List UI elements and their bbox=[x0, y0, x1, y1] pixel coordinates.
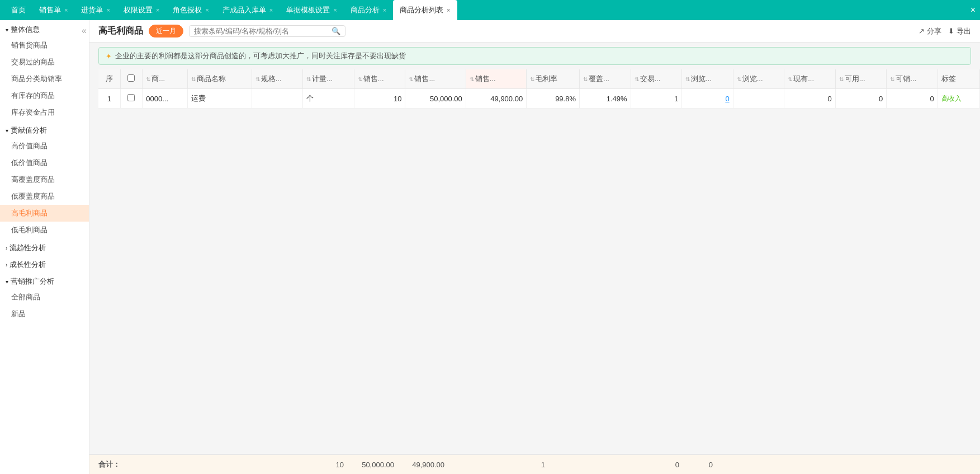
cell-sales-net: 49,900.00 bbox=[466, 89, 526, 109]
cell-transactions: 1 bbox=[631, 89, 682, 109]
sidebar-item-category-rate[interactable]: 商品分类助销率 bbox=[0, 71, 89, 87]
sidebar: « ▾ 整体信息 销售货商品 交易过的商品 商品分类助销率 有库存的商品 库存资… bbox=[0, 20, 89, 474]
row-checkbox[interactable] bbox=[127, 94, 135, 101]
table-header-row: 序 ⇅商... ⇅商品名称 ⇅规格... ⇅计量... ⇅销售... ⇅销售..… bbox=[98, 69, 980, 89]
sidebar-group-trend-arrow: › bbox=[6, 245, 7, 251]
table-footer: 合计： 10 50,000.00 49,900.00 1 0 0 bbox=[89, 454, 980, 474]
sidebar-group-trend[interactable]: › 流趋性分析 bbox=[0, 238, 89, 255]
nav-close-purchase[interactable]: × bbox=[106, 7, 110, 13]
sidebar-group-marketing[interactable]: ▾ 营销推广分析 bbox=[0, 272, 89, 289]
content-area: 高毛利商品 近一月 🔍 ↗ 分享 ⬇ 导出 ✦ 企业的主要的利润都是这部分商品创… bbox=[89, 20, 980, 474]
sidebar-item-new-goods[interactable]: 新品 bbox=[0, 306, 89, 322]
nav-close-finished-goods[interactable]: × bbox=[269, 7, 273, 13]
info-banner-text: 企业的主要的利润都是这部分商品创造的，可考虑加大推广，同时关注库存是不要出现缺货 bbox=[115, 51, 406, 61]
select-all-checkbox[interactable] bbox=[127, 74, 135, 82]
cell-available: 0 bbox=[835, 89, 887, 109]
col-current-stock[interactable]: ⇅现有... bbox=[784, 69, 836, 89]
col-sales-qty[interactable]: ⇅销售... bbox=[354, 69, 405, 89]
footer-sales-qty: 10 bbox=[310, 461, 344, 469]
col-unit[interactable]: ⇅计量... bbox=[303, 69, 354, 89]
sidebar-group-overall[interactable]: ▾ 整体信息 bbox=[0, 20, 89, 37]
main-layout: « ▾ 整体信息 销售货商品 交易过的商品 商品分类助销率 有库存的商品 库存资… bbox=[0, 20, 980, 474]
col-code[interactable]: ⇅商... bbox=[143, 69, 188, 89]
col-browse1[interactable]: ⇅浏览... bbox=[682, 69, 733, 89]
sidebar-collapse-button[interactable]: « bbox=[79, 25, 89, 37]
nav-close-analysis[interactable]: × bbox=[383, 7, 386, 13]
sidebar-group-growth[interactable]: › 成长性分析 bbox=[0, 255, 89, 272]
cell-sales-amount: 50,000.00 bbox=[405, 89, 466, 109]
nav-permission[interactable]: 权限设置 × bbox=[117, 0, 166, 20]
filter-recent-month[interactable]: 近一月 bbox=[149, 25, 183, 37]
cell-name: 运费 bbox=[187, 89, 252, 109]
sidebar-item-high-margin[interactable]: 高毛利商品 bbox=[0, 205, 89, 222]
nav-finished-goods[interactable]: 产成品入库单 × bbox=[216, 0, 280, 20]
cell-spec bbox=[252, 89, 303, 109]
nav-close-template[interactable]: × bbox=[333, 7, 337, 13]
nav-purchase[interactable]: 进货单 × bbox=[74, 0, 116, 20]
col-gross-rate[interactable]: ⇅毛利率 bbox=[527, 69, 580, 89]
col-coverage[interactable]: ⇅覆盖... bbox=[580, 69, 631, 89]
sidebar-item-low-value[interactable]: 低价值商品 bbox=[0, 154, 89, 171]
cell-browse2 bbox=[733, 89, 784, 109]
footer-transactions: 1 bbox=[512, 461, 545, 469]
nav-analysis[interactable]: 商品分析 × bbox=[344, 0, 393, 20]
col-spec[interactable]: ⇅规格... bbox=[252, 69, 303, 89]
footer-label: 合计： bbox=[98, 459, 120, 470]
search-box: 🔍 bbox=[189, 25, 345, 37]
nav-sales[interactable]: 销售单 × bbox=[32, 0, 74, 20]
nav-close-all-button[interactable]: × bbox=[970, 5, 976, 15]
cell-current-stock: 0 bbox=[784, 89, 836, 109]
col-sales-net[interactable]: ⇅销售... bbox=[466, 69, 526, 89]
col-name[interactable]: ⇅商品名称 bbox=[187, 69, 252, 89]
nav-close-permission[interactable]: × bbox=[156, 7, 159, 13]
top-nav: 首页 销售单 × 进货单 × 权限设置 × 角色授权 × 产成品入库单 × 单据… bbox=[0, 0, 980, 20]
col-available[interactable]: ⇅可用... bbox=[835, 69, 887, 89]
sidebar-item-stock-capital[interactable]: 库存资金占用 bbox=[0, 104, 89, 121]
col-checkbox bbox=[120, 69, 143, 89]
sidebar-item-in-stock[interactable]: 有库存的商品 bbox=[0, 87, 89, 104]
table-container: 序 ⇅商... ⇅商品名称 ⇅规格... ⇅计量... ⇅销售... ⇅销售..… bbox=[98, 69, 980, 454]
share-icon: ↗ bbox=[919, 27, 925, 35]
cell-saleable: 0 bbox=[887, 89, 938, 109]
nav-role[interactable]: 角色授权 × bbox=[166, 0, 215, 20]
sidebar-item-low-coverage[interactable]: 低覆盖度商品 bbox=[0, 188, 89, 205]
sidebar-item-low-margin[interactable]: 低毛利商品 bbox=[0, 222, 89, 238]
info-icon: ✦ bbox=[106, 52, 112, 60]
share-button[interactable]: ↗ 分享 bbox=[919, 26, 941, 36]
table-body: 1 0000... 运费 个 10 50,000.00 49,900.00 99… bbox=[98, 89, 980, 109]
sidebar-group-contribution[interactable]: ▾ 贡献值分析 bbox=[0, 121, 89, 138]
col-browse2[interactable]: ⇅浏览... bbox=[733, 69, 784, 89]
nav-analysis-list[interactable]: 商品分析列表 × bbox=[393, 0, 457, 20]
export-button[interactable]: ⬇ 导出 bbox=[948, 26, 971, 36]
cell-browse1[interactable]: 0 bbox=[682, 89, 733, 109]
footer-saleable: 0 bbox=[679, 461, 713, 469]
sidebar-item-high-value[interactable]: 高价值商品 bbox=[0, 138, 89, 154]
footer-sales-amount: 50,000.00 bbox=[344, 461, 394, 469]
col-seq: 序 bbox=[98, 69, 120, 89]
search-icon[interactable]: 🔍 bbox=[332, 27, 340, 35]
nav-home[interactable]: 首页 bbox=[4, 0, 32, 20]
cell-gross-rate: 99.8% bbox=[527, 89, 580, 109]
nav-template[interactable]: 单据模板设置 × bbox=[280, 0, 343, 20]
table-row: 1 0000... 运费 个 10 50,000.00 49,900.00 99… bbox=[98, 89, 980, 109]
sidebar-group-marketing-arrow: ▾ bbox=[6, 279, 8, 285]
nav-close-analysis-list[interactable]: × bbox=[447, 7, 450, 13]
sidebar-group-overall-arrow: ▾ bbox=[6, 27, 8, 33]
col-saleable[interactable]: ⇅可销... bbox=[887, 69, 938, 89]
nav-close-role[interactable]: × bbox=[205, 7, 209, 13]
cell-coverage: 1.49% bbox=[580, 89, 631, 109]
sidebar-item-high-coverage[interactable]: 高覆盖度商品 bbox=[0, 171, 89, 188]
col-tag: 标签 bbox=[938, 69, 979, 89]
sidebar-group-contribution-arrow: ▾ bbox=[6, 128, 8, 134]
page-title: 高毛利商品 bbox=[98, 25, 143, 37]
nav-close-sales[interactable]: × bbox=[64, 7, 68, 13]
footer-sales-net: 49,900.00 bbox=[394, 461, 444, 469]
search-input[interactable] bbox=[194, 27, 332, 35]
sidebar-item-traded-goods[interactable]: 交易过的商品 bbox=[0, 54, 89, 71]
sidebar-item-sales-goods[interactable]: 销售货商品 bbox=[0, 37, 89, 54]
cell-seq: 1 bbox=[98, 89, 120, 109]
header-actions: ↗ 分享 ⬇ 导出 bbox=[919, 26, 971, 36]
col-transactions[interactable]: ⇅交易... bbox=[631, 69, 682, 89]
sidebar-item-all-goods[interactable]: 全部商品 bbox=[0, 289, 89, 306]
col-sales-amount[interactable]: ⇅销售... bbox=[405, 69, 466, 89]
